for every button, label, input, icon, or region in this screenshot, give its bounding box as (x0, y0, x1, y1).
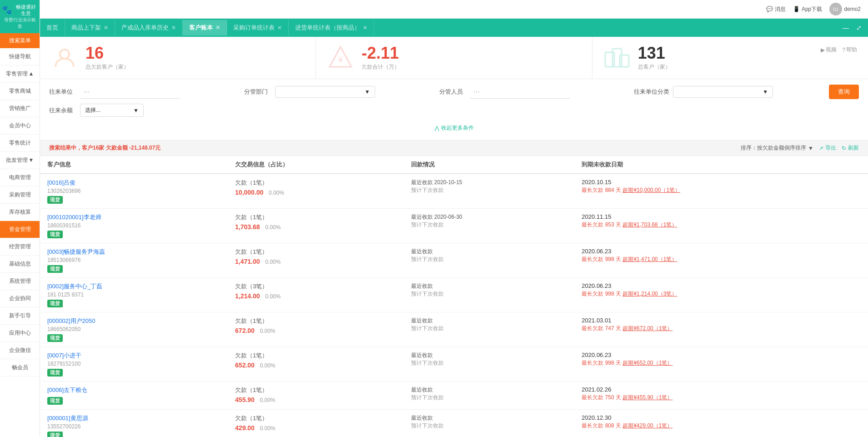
sidebar-item-member[interactable]: 会员中心 (0, 117, 40, 135)
sidebar-item-marketing[interactable]: 营销推广 (0, 100, 40, 117)
filter-unit-class: 往来单位分类 ▼ (634, 86, 822, 98)
refresh-btn[interactable]: ↻ 刷新 (842, 144, 859, 152)
tab-purchase-stat[interactable]: 采购订单统计表 ✕ (227, 20, 289, 35)
sidebar-item-apps[interactable]: 应用中心 (0, 325, 40, 342)
tab-customer-account[interactable]: 客户账本 ✕ (183, 20, 227, 35)
customer-name-link-5[interactable]: [0007]小进干 (47, 352, 81, 359)
tab-customer-account-close[interactable]: ✕ (216, 25, 220, 31)
sidebar-item-ops[interactable]: 经营管理 (0, 238, 40, 256)
results-info: 搜索结果中，客户16家 欠款金额 -21,148.07元 (49, 144, 161, 152)
stat-card-total-customers: 131 总客户（家） ▶ 视频 ? 帮助 (592, 37, 868, 79)
tab-product-history[interactable]: 产成品入库单历史 ✕ (115, 20, 183, 35)
balance-select[interactable]: 选择... ▼ (80, 104, 144, 117)
sidebar-item-wxwork[interactable]: 企业微信 (0, 342, 40, 359)
query-button[interactable]: 查询 (829, 85, 859, 99)
customer-name-link-4[interactable]: [000002]用户2050 (47, 317, 95, 324)
debt-customers-label: 总欠款客户（家） (85, 63, 129, 71)
due-date-7: 2020.12.30 (582, 414, 861, 421)
debt-count-1: 欠款（1笔） (235, 213, 396, 221)
customer-name-link-2[interactable]: [0003]畅捷服务尹海蕊 (47, 248, 105, 255)
staff-input[interactable]: ··· (470, 85, 570, 99)
collapse-btn[interactable]: ⋀ 收起更多条件 (49, 121, 859, 135)
sidebar-item-basic[interactable]: 基础信息 (0, 256, 40, 273)
customer-name-link-6[interactable]: [0006]去下粮仓 (47, 387, 87, 393)
debt-pct-3: 0.00% (265, 293, 281, 300)
overdue-link-7[interactable]: 超期¥429.00（1笔） (622, 422, 672, 429)
cell-due-date-3: 2020.06.23 最长欠款 998 天 超期¥1,214.00（3笔） (574, 278, 868, 312)
sidebar-item-capital[interactable]: 资金管理 (0, 221, 40, 238)
sidebar-item-batch-mgmt[interactable]: 批发管理▼ (0, 152, 40, 169)
maximize-btn[interactable]: ⤢ (853, 22, 864, 33)
customer-name-link-1[interactable]: [0001020001]李老师 (47, 214, 101, 221)
customer-name-link-3[interactable]: [0002]服务中心_丁磊 (47, 283, 102, 290)
overdue-link-4[interactable]: 超期¥672.00（1笔） (622, 325, 672, 332)
total-customers-icon (603, 44, 631, 71)
overdue-link-1[interactable]: 超期¥1,703.68（1笔） (622, 221, 677, 228)
filter-row-2: 往来余额 选择... ▼ (49, 104, 859, 117)
sidebar-item-retail-stat[interactable]: 零售统计 (0, 135, 40, 152)
tab-import-stat[interactable]: 进货单统计表（按商品） ✕ (289, 20, 374, 35)
cell-customer-info-0: [0016]吕俊 13026203696 现货 (40, 174, 228, 209)
user-menu[interactable]: demo2 (829, 3, 861, 15)
message-btn[interactable]: 💬 消息 (766, 5, 786, 13)
app-icon: 📱 (793, 6, 800, 12)
return-latest-1: 最近收款 2020-06-30 (411, 213, 567, 221)
overdue-link-2[interactable]: 超期¥1,471.00（1笔） (622, 256, 677, 262)
video-btn[interactable]: ▶ 视频 (821, 46, 837, 54)
return-latest-2: 最近收款 (411, 248, 567, 256)
cell-customer-info-5: [0007]小进干 18279152100 现货 (40, 347, 228, 382)
cell-customer-info-6: [0006]去下粮仓 现货 (40, 382, 228, 410)
return-latest-7: 最近收款 (411, 414, 567, 422)
overdue-link-5[interactable]: 超期¥652.00（1笔） (622, 360, 672, 366)
debt-amount-2: 1,471.00 (235, 258, 260, 265)
customer-phone-4: 18665062050 (47, 326, 221, 332)
tab-purchase-stat-close[interactable]: ✕ (277, 25, 282, 31)
customer-badge-0: 现货 (47, 196, 63, 204)
sort-control[interactable]: 排序：按欠款金额倒序排序 ▼ (741, 144, 813, 152)
minimize-btn[interactable]: — (840, 22, 852, 33)
debt-pct-1: 0.00% (265, 224, 281, 231)
sidebar-item-corp[interactable]: 企业协同 (0, 290, 40, 307)
overdue-5: 最长欠款 998 天 超期¥652.00（1笔） (582, 359, 861, 367)
export-btn[interactable]: ↗ 导出 (819, 144, 836, 152)
search-menu[interactable]: 搜索菜单 (0, 33, 40, 48)
tab-product-on-off[interactable]: 商品上下架 ✕ (65, 20, 115, 35)
tab-product-history-close[interactable]: ✕ (171, 25, 176, 31)
tab-import-stat-close[interactable]: ✕ (363, 25, 367, 31)
cell-return-2: 最近收款 预计下次收款 (404, 243, 575, 278)
from-unit-input[interactable]: ··· (80, 85, 180, 99)
customer-phone-5: 18279152100 (47, 361, 221, 367)
filter-from-unit: 往来单位 ··· (49, 85, 237, 99)
debt-total-label: 欠款合计（万） (361, 63, 400, 71)
sidebar-item-purchase[interactable]: 采购管理 (0, 186, 40, 204)
sidebar-item-member2[interactable]: 畅会员 (0, 359, 40, 377)
tab-customer-account-label: 客户账本 (189, 24, 213, 32)
cell-debt-info-1: 欠款（1笔） 1,703.68 0.00% (228, 209, 404, 243)
from-unit-label: 往来单位 (49, 88, 76, 96)
customer-name-link-0[interactable]: [0016]吕俊 (47, 179, 75, 186)
sidebar-item-inventory[interactable]: 库存核算 (0, 204, 40, 221)
help-btn[interactable]: ? 帮助 (842, 46, 857, 54)
dept-select[interactable]: ▼ (275, 86, 375, 98)
unit-class-select[interactable]: ▼ (673, 86, 773, 98)
app-download-btn[interactable]: 📱 App下载 (793, 5, 822, 13)
export-icon: ↗ (819, 145, 823, 151)
tab-product-on-off-close[interactable]: ✕ (104, 25, 108, 31)
customer-badge-6: 现货 (47, 397, 63, 405)
overdue-link-6[interactable]: 超期¥455.90（1笔） (622, 394, 672, 401)
sidebar-item-retail-mgmt[interactable]: 零售管理▲ (0, 65, 40, 83)
overdue-link-3[interactable]: 超期¥1,214.00（3笔） (622, 291, 677, 297)
overdue-link-0[interactable]: 超期¥10,000.00（1笔） (622, 187, 680, 193)
staff-label: 分管人员 (439, 88, 467, 96)
tab-home[interactable]: 首页 (40, 20, 65, 35)
sidebar-logo: 🐾 畅捷通好生意 母婴行业演示账套 (0, 0, 40, 33)
sidebar-item-ecom[interactable]: 电商管理 (0, 169, 40, 186)
return-latest-0: 最近收款 2020-10-15 (411, 179, 567, 186)
sidebar-item-newbie[interactable]: 新手引导 (0, 307, 40, 325)
customer-name-link-7[interactable]: [000001]黄思源 (47, 415, 88, 422)
sidebar-item-retail-mall[interactable]: 零售商城 (0, 83, 40, 100)
total-customers-number: 131 (638, 45, 671, 61)
sidebar-item-quick-nav[interactable]: 快捷导航 (0, 48, 40, 65)
stat-help-buttons: ▶ 视频 ? 帮助 (821, 44, 857, 54)
sidebar-item-sys[interactable]: 系统管理 (0, 273, 40, 290)
